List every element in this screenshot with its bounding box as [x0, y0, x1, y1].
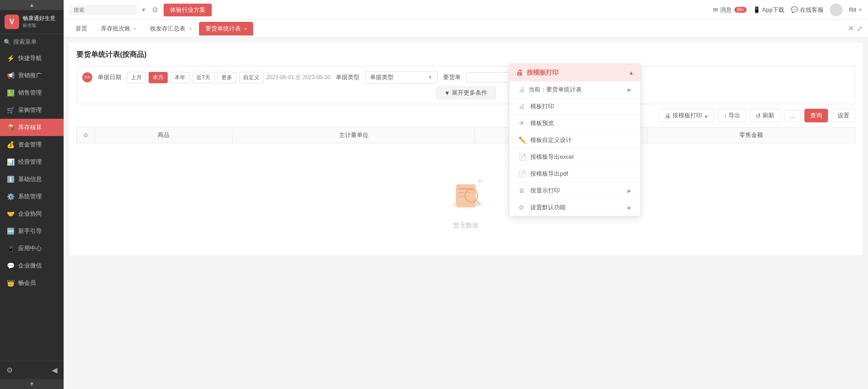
topbar-online-service[interactable]: 💬 在线客服 [791, 6, 823, 14]
sidebar-item-marketing[interactable]: 📢营销推广 [0, 67, 64, 84]
expand-more-btn[interactable]: ▼ 展开更多条件 [436, 86, 496, 99]
sidebar-item-basic[interactable]: ℹ️基础信息 [0, 171, 64, 188]
sidebar: ▲ V 畅康通好生意 标准版 🔍 搜索菜单 ⚡快捷导航📢营销推广💹销售管理🛒采购… [0, 0, 64, 389]
sidebar-item-label-finance: 资金管理 [18, 141, 42, 149]
topbar-app-download[interactable]: 📱 App下载 [753, 6, 784, 14]
sidebar-search[interactable]: 🔍 搜索菜单 [0, 34, 64, 50]
sidebar-item-sales[interactable]: 💹销售管理 [0, 84, 64, 101]
sidebar-item-purchase[interactable]: 🛒采购管理 [0, 101, 64, 119]
settings-icon[interactable]: ⚙ [6, 366, 13, 374]
topbar-gear-icon[interactable]: ⚙ [152, 5, 158, 14]
data-table: ⚙ 商品 主计量单位 主数量 零售金额 [76, 127, 855, 143]
date-btn-近7天[interactable]: 近7天 [192, 72, 215, 83]
dropdown-display-print[interactable]: 🖥 按显示打印 ▶ [509, 182, 640, 199]
filter-date-label: 单据日期 [98, 73, 121, 81]
dropdown-header[interactable]: 🖨 按模板打印 ▲ [509, 64, 640, 81]
tab-receipt-summary[interactable]: 收发存汇总表× [144, 22, 198, 35]
sidebar-item-guide[interactable]: 🆕新手引导 [0, 222, 64, 240]
date-btn-本月[interactable]: 本月 [149, 72, 168, 83]
tab-order-stats[interactable]: 要货单统计表× [199, 22, 253, 35]
more-label: ... [790, 112, 795, 119]
dropdown-item-icon-template-design: ✏️ [519, 136, 526, 144]
main-area: ▼ ⚙ 体验行业方案 ✉ 消息 99+ 📱 App下载 💬 在线客服 Rit ▼ [64, 0, 868, 389]
display-print-icon: 🖥 [519, 187, 526, 194]
search-input[interactable] [69, 5, 137, 15]
tab-close-order-stats[interactable]: × [244, 26, 247, 31]
dropdown-current[interactable]: 🖨 当前：要货单统计表 ▶ [509, 81, 640, 98]
user-name[interactable]: Rit ▼ [849, 6, 863, 13]
date-btn-更多[interactable]: 更多 [217, 72, 236, 83]
export-btn[interactable]: ↑ 导出 [718, 109, 747, 122]
tab-close-receipt-summary[interactable]: × [189, 26, 191, 31]
sidebar-item-wechat[interactable]: 💬企业微信 [0, 257, 64, 274]
sidebar-item-quick-nav[interactable]: ⚡快捷导航 [0, 50, 64, 67]
app-version: 标准版 [23, 22, 55, 29]
tab-close-batch-account[interactable]: × [134, 26, 136, 31]
print-btn[interactable]: 🖨 按模板打印 ▲ [659, 109, 714, 122]
sidebar-item-finance[interactable]: 💰资金管理 [0, 136, 64, 153]
toolbar-row: 🖨 按模板打印 ▲ ↑ 导出 ↺ 刷新 ... 查询 [76, 109, 855, 122]
refresh-btn[interactable]: ↺ 刷新 [750, 109, 780, 122]
online-service-label: 在线客服 [800, 6, 823, 14]
tab-close-all-btn[interactable]: ✕ [848, 24, 854, 33]
sidebar-item-label-coop: 企业协同 [18, 210, 42, 218]
expand-icon: ▼ [444, 90, 450, 96]
tabbar-actions: ✕ ⤢ [848, 24, 863, 33]
topbar-message[interactable]: ✉ 消息 99+ [713, 6, 747, 14]
sidebar-item-inventory[interactable]: 📦库存核算 [0, 119, 64, 136]
dropdown-item-template-preview[interactable]: 👁模板预览 [509, 115, 640, 132]
sidebar-item-apps[interactable]: 📱应用中心 [0, 240, 64, 257]
display-print-arrow: ▶ [628, 188, 631, 194]
message-label: 消息 [720, 6, 732, 14]
dropdown-current-label: 当前：要货单统计表 [529, 86, 582, 94]
refresh-icon: ↺ [756, 112, 761, 119]
sidebar-item-operations[interactable]: 📊经营管理 [0, 153, 64, 171]
sidebar-item-icon-marketing: 📢 [6, 72, 15, 79]
sidebar-item-coop[interactable]: 🤝企业协同 [0, 205, 64, 222]
dropdown-item-template-design[interactable]: ✏️模板自定义设计 [509, 132, 640, 149]
filter-expand-btn[interactable]: >> [82, 72, 92, 82]
user-name-text: Rit [849, 6, 856, 13]
sidebar-item-system[interactable]: ⚙️系统管理 [0, 188, 64, 205]
tab-batch-account[interactable]: 库存批次账× [95, 22, 143, 35]
sidebar-item-label-system: 系统管理 [18, 192, 42, 201]
sidebar-item-label-sales: 销售管理 [18, 89, 42, 97]
tab-home[interactable]: 首页 [69, 22, 94, 35]
app-download-icon: 📱 [753, 6, 760, 13]
page: 要货单统计表(按商品) >> 单据日期 上月本月本年近7天更多自定义2023-0… [69, 43, 863, 255]
tab-expand-btn[interactable]: ⤢ [857, 24, 863, 33]
dropdown-item-export-excel[interactable]: 📄按模板导出excel [509, 149, 640, 166]
sidebar-item-label-guide: 新手引导 [18, 227, 42, 235]
sidebar-item-icon-operations: 📊 [6, 158, 15, 166]
settings-btn[interactable]: 设置 [832, 109, 855, 122]
dropdown-item-template-print[interactable]: 🖨模板打印 [509, 98, 640, 115]
dropdown-default-func[interactable]: ⚙ 设置默认功能 ▶ [509, 199, 640, 216]
topbar-dropdown-btn[interactable]: ▼ [141, 7, 146, 13]
sidebar-item-label-wechat: 企业微信 [18, 262, 42, 270]
query-btn[interactable]: 查询 [804, 109, 828, 122]
sidebar-item-label-apps: 应用中心 [18, 244, 42, 253]
industry-btn[interactable]: 体验行业方案 [164, 4, 212, 16]
collapse-icon[interactable]: ◀ [52, 366, 57, 374]
date-btn-上月[interactable]: 上月 [127, 72, 146, 83]
date-btn-本年[interactable]: 本年 [170, 72, 190, 83]
table-settings-th[interactable]: ⚙ [77, 127, 95, 143]
date-btn-自定义[interactable]: 自定义 [239, 72, 264, 83]
tab-label-receipt-summary: 收发存汇总表 [150, 25, 185, 33]
more-btn[interactable]: ... [784, 110, 801, 122]
sidebar-scroll-up[interactable]: ▲ [0, 0, 64, 10]
query-label: 查询 [810, 111, 822, 120]
filter-type-select[interactable]: 单据类型 ▼ [365, 71, 438, 84]
sidebar-scroll-down[interactable]: ▼ [0, 379, 64, 389]
dropdown-item-label-template-print: 模板打印 [530, 102, 554, 111]
dropdown-item-export-pdf[interactable]: 📄按模板导出pdf [509, 166, 640, 182]
dropdown-item-label-export-pdf: 按模板导出pdf [530, 170, 568, 178]
default-func-arrow: ▶ [628, 205, 631, 211]
avatar[interactable] [830, 4, 843, 16]
dropdown-item-label-export-excel: 按模板导出excel [530, 153, 574, 161]
tab-label-order-stats: 要货单统计表 [205, 25, 241, 33]
sidebar-item-member[interactable]: 👑畅会员 [0, 274, 64, 292]
table-settings-icon[interactable]: ⚙ [83, 132, 89, 139]
filter-category-label: 要货单 [443, 73, 461, 81]
filter-bar: >> 单据日期 上月本月本年近7天更多自定义2023-06-01 至 2023-… [76, 66, 855, 104]
